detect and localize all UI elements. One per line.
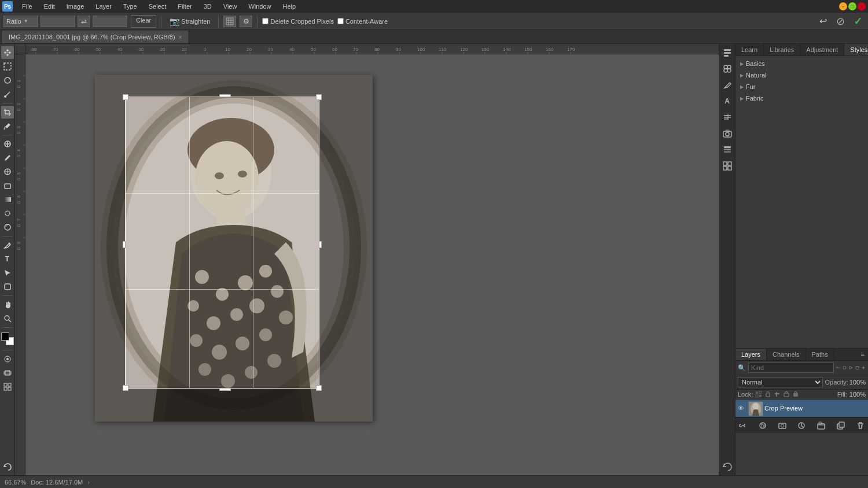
crop-handle-bottom-right[interactable]: [316, 385, 322, 391]
menu-image[interactable]: Image: [64, 2, 87, 11]
lock-position-icon[interactable]: [774, 391, 781, 398]
tab-libraries[interactable]: Libraries: [764, 44, 800, 56]
paragraph-icon[interactable]: [721, 111, 734, 124]
presets-panel-icon[interactable]: [721, 62, 734, 75]
tab-close-button[interactable]: ×: [179, 34, 182, 40]
style-group-natural-header[interactable]: ▶ Natural: [738, 70, 866, 80]
tab-adjustment[interactable]: Adjustment: [800, 44, 844, 56]
font-icon[interactable]: A: [721, 95, 734, 108]
menu-select[interactable]: Select: [146, 2, 169, 11]
drawing-area[interactable]: [25, 54, 719, 475]
style-group-basics-header[interactable]: ▶ Basics: [738, 58, 866, 69]
crop-handle-top-mid[interactable]: [219, 94, 231, 97]
tab-paths[interactable]: Paths: [806, 349, 834, 360]
grid-icon-panel[interactable]: [721, 160, 734, 172]
tool-eyedropper[interactable]: [1, 120, 14, 132]
ratio-select[interactable]: Ratio ▼: [3, 16, 38, 27]
delete-cropped-checkbox[interactable]: Delete Cropped Pixels: [262, 18, 333, 25]
link-layers-button[interactable]: [738, 420, 748, 431]
grid-settings-button[interactable]: ⚙: [240, 16, 252, 27]
crop-handle-mid-right[interactable]: [319, 241, 322, 248]
menu-file[interactable]: File: [20, 2, 35, 11]
menu-window[interactable]: Window: [246, 2, 273, 11]
tool-text[interactable]: T: [1, 253, 14, 265]
tab-channels[interactable]: Channels: [767, 349, 806, 360]
lock-image-icon[interactable]: [764, 391, 771, 398]
style-group-fabric-header[interactable]: ▶ Fabric: [738, 93, 866, 103]
layers-panel-icon[interactable]: [721, 143, 734, 156]
swap-button[interactable]: ⇌: [78, 16, 90, 27]
opacity-value[interactable]: 100%: [849, 379, 866, 386]
lock-transparent-icon[interactable]: [755, 391, 762, 398]
fill-value[interactable]: 100%: [849, 391, 866, 398]
tab-layers[interactable]: Layers: [735, 349, 767, 360]
tool-blur[interactable]: [1, 207, 14, 220]
brush-settings-icon[interactable]: [721, 79, 734, 91]
menu-filter[interactable]: Filter: [175, 2, 194, 11]
menu-help[interactable]: Help: [281, 2, 299, 11]
layer-visibility-icon[interactable]: 👁: [738, 405, 746, 412]
content-aware-input[interactable]: [337, 18, 344, 24]
tool-select-rect[interactable]: [1, 60, 14, 73]
tool-heal[interactable]: [1, 138, 14, 150]
menu-3d[interactable]: 3D: [201, 2, 214, 11]
ratio-height-input[interactable]: [93, 16, 127, 27]
add-group-button[interactable]: [816, 420, 826, 431]
clear-button[interactable]: Clear: [131, 15, 156, 28]
crop-handle-bottom-left[interactable]: [123, 385, 128, 391]
tool-pen[interactable]: [1, 239, 14, 252]
add-mask-button[interactable]: [777, 420, 788, 431]
lock-all-icon[interactable]: [792, 391, 799, 398]
delete-cropped-input[interactable]: [262, 18, 269, 24]
crop-handle-top-left[interactable]: [123, 94, 128, 100]
tool-zoom[interactable]: [1, 312, 14, 325]
menu-layer[interactable]: Layer: [93, 2, 114, 11]
tool-crop[interactable]: [1, 106, 14, 119]
layer-item-crop-preview[interactable]: 👁 Crop Preview: [735, 400, 868, 417]
menu-type[interactable]: Type: [121, 2, 139, 11]
tab-styles[interactable]: Styles: [844, 44, 868, 56]
crop-border[interactable]: [125, 97, 319, 389]
add-adjustment-button[interactable]: [796, 420, 807, 431]
blend-mode-select[interactable]: Normal: [738, 377, 823, 387]
tool-extra-2[interactable]: [1, 367, 14, 379]
add-style-button[interactable]: fx: [757, 420, 768, 431]
tool-move[interactable]: [1, 46, 14, 59]
crop-handle-mid-left[interactable]: [123, 241, 126, 248]
content-aware-checkbox[interactable]: Content-Aware: [337, 18, 388, 25]
style-group-fur-header[interactable]: ▶ Fur: [738, 82, 866, 92]
tool-magic-wand[interactable]: [1, 88, 14, 101]
layers-search-input[interactable]: [748, 363, 834, 373]
close-button[interactable]: ×: [858, 2, 866, 10]
menu-edit[interactable]: Edit: [42, 2, 57, 11]
new-layer-button[interactable]: [836, 420, 846, 431]
tool-shape[interactable]: [1, 280, 14, 293]
confirm-button[interactable]: ✓: [851, 14, 865, 28]
status-expand-arrow[interactable]: ›: [87, 479, 90, 486]
cancel-button[interactable]: ⊘: [833, 14, 847, 28]
tool-eraser[interactable]: [1, 179, 14, 192]
tab-learn[interactable]: Learn: [735, 44, 764, 56]
tool-brush[interactable]: [1, 151, 14, 164]
tool-hand[interactable]: [1, 298, 14, 311]
undo-button[interactable]: ↩: [816, 14, 830, 28]
crop-handle-bottom-mid[interactable]: [219, 388, 231, 391]
tool-clone[interactable]: [1, 165, 14, 178]
tool-dodge[interactable]: [1, 221, 14, 234]
color-swatch[interactable]: [1, 332, 14, 345]
camera-raw-icon[interactable]: [721, 127, 734, 140]
crop-handle-top-right[interactable]: [316, 94, 322, 100]
maximize-button[interactable]: □: [848, 2, 856, 10]
minimize-button[interactable]: −: [839, 2, 847, 10]
history-icon[interactable]: [721, 460, 734, 473]
panel-options-button[interactable]: ≡: [858, 349, 868, 360]
tool-gradient[interactable]: [1, 193, 14, 206]
foreground-color-swatch[interactable]: [1, 332, 9, 341]
straighten-icon-btn[interactable]: 📷 Straighten: [166, 16, 214, 27]
menu-view[interactable]: View: [221, 2, 240, 11]
tool-path-select[interactable]: [1, 267, 14, 279]
grid-overlay-button[interactable]: [223, 16, 236, 27]
tool-undo-history[interactable]: [1, 460, 14, 473]
document-tab[interactable]: IMG_20201108_0001.jpg @ 66.7% (Crop Prev…: [2, 31, 188, 43]
styles-panel-icon[interactable]: [721, 46, 734, 59]
